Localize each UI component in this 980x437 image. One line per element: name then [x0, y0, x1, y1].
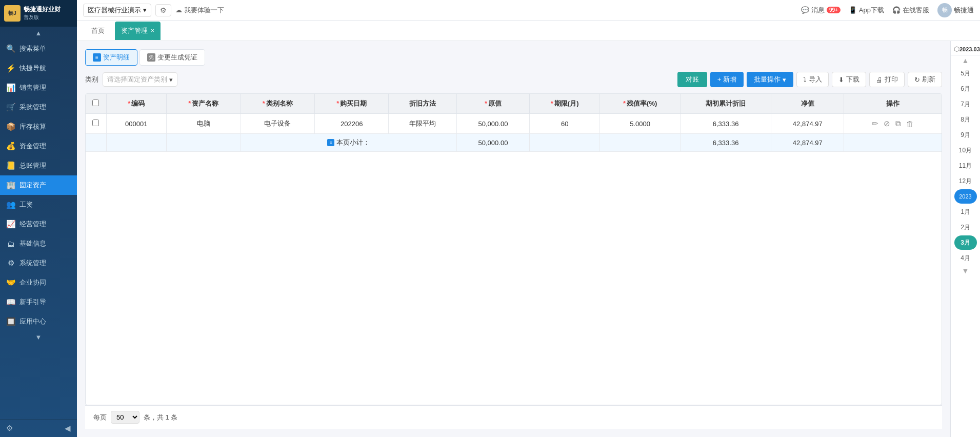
- asset-table: *编码 *资产名称 *类别名称 *购买日期 折旧方法 *原值 *期限(月) *残…: [86, 94, 942, 152]
- import-btn[interactable]: ⤵ 导入: [796, 72, 829, 87]
- subtotal-row: ≡ 本页小计： 50,000.00 6,333.36 42,874.97: [86, 134, 942, 152]
- date-month-item[interactable]: 8月: [954, 112, 977, 127]
- per-page-select[interactable]: 50 100 200: [111, 411, 139, 424]
- sidebar-collapse-btn[interactable]: ◀: [65, 424, 71, 433]
- fixed-assets-icon: 🏢: [6, 181, 15, 190]
- sidebar-item-basic-info[interactable]: 🗂基础信息: [0, 234, 77, 253]
- row-checkbox[interactable]: [92, 120, 99, 126]
- panel-expand-btn[interactable]: ⬡: [954, 45, 959, 53]
- table-row: 000001 电脑 电子设备 202206 年限平均 50,000.00 60 …: [86, 114, 942, 134]
- tab-close-btn[interactable]: ×: [151, 27, 154, 34]
- fund-icon: 💰: [6, 142, 15, 151]
- basic-info-icon: 🗂: [6, 239, 15, 248]
- sidebar-item-guide[interactable]: 📖新手引导: [0, 292, 77, 312]
- refresh-btn[interactable]: ↻ 刷新: [908, 72, 942, 87]
- edit-btn[interactable]: ✏: [871, 118, 879, 129]
- date-month-item[interactable]: 9月: [954, 128, 977, 142]
- sidebar-item-sales[interactable]: 📊销售管理: [0, 78, 77, 97]
- enterprise-icon: 🤝: [6, 278, 15, 287]
- table-container: *编码 *资产名称 *类别名称 *购买日期 折旧方法 *原值 *期限(月) *残…: [85, 93, 942, 405]
- sidebar-settings-btn[interactable]: ⚙: [6, 424, 13, 433]
- date-scroll-up-btn[interactable]: ▲: [961, 55, 970, 66]
- tab-home[interactable]: 首页: [85, 21, 111, 41]
- sidebar-item-ledger[interactable]: 📒总账管理: [0, 156, 77, 175]
- chevron-down-icon: ▾: [783, 76, 786, 84]
- header-residual-rate: *残值率(%): [600, 94, 681, 114]
- sidebar-item-enterprise[interactable]: 🤝企业协同: [0, 273, 77, 292]
- copy-btn[interactable]: ⧉: [894, 118, 902, 129]
- date-month-item[interactable]: 6月: [954, 82, 977, 96]
- date-month-item[interactable]: 2月: [954, 220, 977, 234]
- delete-btn[interactable]: 🗑: [905, 118, 915, 129]
- cell-code: 000001: [106, 114, 167, 134]
- import-icon: ⤵: [803, 76, 807, 84]
- sidebar-item-app-center[interactable]: 🔲应用中心: [0, 312, 77, 331]
- sidebar-item-payroll[interactable]: 👥工资: [0, 195, 77, 214]
- sidebar-item-fixed-assets[interactable]: 🏢固定资产: [0, 175, 77, 195]
- sub-tab-asset-detail[interactable]: ≡ 资产明细: [85, 49, 137, 66]
- sidebar-item-quick-nav[interactable]: ⚡快捷导航: [0, 58, 77, 78]
- disable-btn[interactable]: ⊘: [883, 118, 891, 129]
- user-profile[interactable]: 畅 畅捷通: [937, 3, 974, 17]
- header-checkbox-cell: [86, 94, 106, 114]
- sidebar-scroll-up[interactable]: ▲: [0, 27, 77, 39]
- topbar: 医疗器械行业演示 ▾ ⚙ ☁ 我要体验一下 💬 消息 99+ 📱 App下载 🎧…: [77, 0, 980, 21]
- sidebar-item-operations[interactable]: 📈经营管理: [0, 214, 77, 234]
- header-name: *资产名称: [167, 94, 241, 114]
- sidebar-item-fund[interactable]: 💰资金管理: [0, 136, 77, 156]
- date-month-item[interactable]: 12月: [954, 174, 977, 188]
- cell-depreciation-method: 年限平均: [389, 114, 456, 134]
- cell-actions: ✏ ⊘ ⧉ 🗑: [844, 114, 942, 134]
- date-scroll-down-btn[interactable]: ▼: [961, 266, 970, 276]
- sidebar-app-name: 畅捷通好业财: [24, 6, 61, 14]
- message-action[interactable]: 💬 消息 99+: [801, 6, 841, 15]
- experience-btn[interactable]: ☁ 我要体验一下: [175, 6, 224, 15]
- sidebar-item-search-menu[interactable]: 🔍搜索菜单: [0, 39, 77, 58]
- sub-tab-change-voucher[interactable]: 凭 变更生成凭证: [139, 49, 205, 66]
- select-all-checkbox[interactable]: [92, 100, 99, 106]
- purchase-icon: 🛒: [6, 103, 15, 112]
- main-content: 医疗器械行业演示 ▾ ⚙ ☁ 我要体验一下 💬 消息 99+ 📱 App下载 🎧…: [77, 0, 980, 437]
- date-month-item[interactable]: 11月: [954, 158, 977, 173]
- tab-asset-management[interactable]: 资产管理 ×: [115, 22, 161, 40]
- filter-select[interactable]: 请选择固定资产类别 ▾: [103, 72, 177, 87]
- app-download-action[interactable]: 📱 App下载: [849, 6, 884, 15]
- guide-icon: 📖: [6, 297, 15, 307]
- reconcile-btn[interactable]: 对账: [677, 72, 707, 87]
- filter-label: 类别: [85, 75, 98, 84]
- table-header-row: *编码 *资产名称 *类别名称 *购买日期 折旧方法 *原值 *期限(月) *残…: [86, 94, 942, 114]
- date-month-item[interactable]: 5月: [954, 66, 977, 81]
- sidebar-item-label: 工资: [19, 200, 33, 209]
- date-month-item[interactable]: 3月: [954, 235, 977, 250]
- header-code: *编码: [106, 94, 167, 114]
- subtotal-empty-residual: [600, 134, 681, 152]
- subtotal-empty-2: [106, 134, 167, 152]
- print-btn[interactable]: 🖨 打印: [869, 72, 905, 87]
- main-panel: ≡ 资产明细 凭 变更生成凭证 类别 请选择固定资产类别 ▾: [77, 41, 950, 437]
- date-year-label[interactable]: 2023: [954, 189, 977, 204]
- filter-row: 类别 请选择固定资产类别 ▾: [85, 72, 673, 87]
- chevron-down-icon: ▾: [169, 76, 173, 84]
- company-selector[interactable]: 医疗器械行业演示 ▾: [83, 4, 151, 17]
- sidebar-item-label: 经营管理: [19, 220, 46, 229]
- cell-name: 电脑: [167, 114, 241, 134]
- date-month-item[interactable]: 4月: [954, 251, 977, 265]
- date-month-item[interactable]: 1月: [954, 205, 977, 219]
- topbar-settings-btn[interactable]: ⚙: [155, 4, 171, 16]
- toolbar: 类别 请选择固定资产类别 ▾ 对账 + 新增 批量操作 ▾ ⤵ 导入: [85, 72, 942, 87]
- sidebar-item-label: 快捷导航: [19, 64, 46, 73]
- add-btn[interactable]: + 新增: [710, 72, 744, 87]
- sidebar-item-purchase[interactable]: 🛒采购管理: [0, 97, 77, 117]
- date-month-item[interactable]: 7月: [954, 97, 977, 111]
- batch-btn[interactable]: 批量操作 ▾: [747, 72, 793, 87]
- cloud-icon: ☁: [175, 6, 182, 14]
- cell-purchase-date: 202206: [314, 114, 388, 134]
- download-btn[interactable]: ⬇ 下载: [832, 72, 866, 87]
- sidebar-item-inventory[interactable]: 📦库存核算: [0, 117, 77, 136]
- sidebar-item-system[interactable]: ⚙系统管理: [0, 253, 77, 273]
- online-service-action[interactable]: 🎧 在线客服: [892, 6, 929, 15]
- date-month-item[interactable]: 10月: [954, 143, 977, 157]
- sidebar-scroll-down[interactable]: ▼: [0, 331, 77, 343]
- header-original-value: *原值: [456, 94, 529, 114]
- toolbar-actions: 对账 + 新增 批量操作 ▾ ⤵ 导入 ⬇ 下载 🖨: [677, 72, 942, 87]
